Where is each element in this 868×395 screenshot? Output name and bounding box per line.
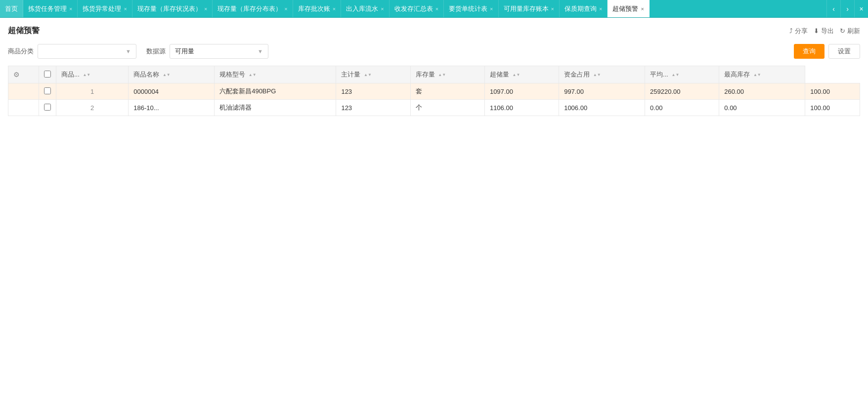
sort-overstock-icon: ▲▼ (513, 73, 521, 77)
nav-recv-summary[interactable]: 收发存汇总表 × (390, 0, 444, 17)
sort-spec-icon: ▲▼ (249, 73, 257, 77)
nav-close-inout[interactable]: × (381, 6, 384, 12)
row-spec: 123 (336, 100, 410, 116)
refresh-button[interactable]: ↻ 刷新 (840, 27, 860, 36)
table-row: 1 0000004 六配套新昌490BPG 123 套 1097.00 997.… (8, 83, 860, 100)
data-table: ⚙ 商品... ▲▼ 商品名称 ▲▼ 规格型号 ▲▼ 主计 (8, 66, 860, 116)
datasource-select-value: 可用量 (175, 47, 194, 56)
row-product-code: 186-10... (129, 100, 215, 116)
nav-close-expiry[interactable]: × (599, 6, 602, 12)
row-checkbox-cell (39, 100, 56, 116)
sort-avg-icon: ▲▼ (672, 73, 680, 77)
nav-close-inv-status[interactable]: × (204, 6, 207, 12)
filter-row: 商品分类 ▼ 数据源 可用量 ▼ 查询 设置 (8, 44, 860, 59)
category-filter: 商品分类 ▼ (8, 44, 136, 59)
th-unit[interactable]: 主计量 ▲▼ (336, 66, 410, 83)
row-overstock: 1006.00 (559, 100, 645, 116)
row-checkbox-cell (39, 83, 56, 100)
top-navigation: 首页 拣货任务管理 × 拣货异常处理 × 现存量（库存状况表） × 现存量（库存… (0, 0, 868, 18)
nav-close-exception[interactable]: × (124, 6, 127, 12)
category-chevron-icon: ▼ (126, 48, 131, 54)
nav-close-avail[interactable]: × (551, 6, 554, 12)
filter-actions: 查询 设置 (794, 44, 860, 59)
datasource-filter: 数据源 可用量 ▼ (146, 44, 268, 59)
th-overstock[interactable]: 超储量 ▲▼ (484, 66, 559, 83)
th-max-stock[interactable]: 最高库存 ▲▼ (719, 66, 805, 83)
nav-close-task-mgmt[interactable]: × (69, 6, 72, 12)
row-overstock: 997.00 (559, 83, 645, 100)
header-actions: ⤴ 分享 ⬇ 导出 ↻ 刷新 (789, 27, 860, 36)
nav-inventory-dist[interactable]: 现存量（库存分布表） × (213, 0, 293, 17)
th-spec[interactable]: 规格型号 ▲▼ (215, 66, 336, 83)
refresh-icon: ↻ (840, 27, 845, 35)
datasource-chevron-icon: ▼ (258, 48, 263, 54)
nav-close-overstock[interactable]: × (641, 6, 644, 12)
row-product-name: 六配套新昌490BPG (215, 83, 336, 100)
nav-close-inv-batch[interactable]: × (333, 6, 336, 12)
table-row: 2 186-10... 机油滤清器 123 个 1106.00 1006.00 … (8, 100, 860, 116)
th-product-code[interactable]: 商品... ▲▼ (56, 66, 128, 83)
share-button[interactable]: ⤴ 分享 (789, 27, 808, 36)
sort-product-code-icon: ▲▼ (83, 73, 90, 77)
sort-capital-icon: ▲▼ (593, 73, 601, 77)
export-icon: ⬇ (814, 27, 819, 35)
row-capital-occ: 259220.00 (645, 83, 719, 100)
sort-product-name-icon: ▲▼ (163, 73, 171, 77)
nav-close-order[interactable]: × (490, 6, 493, 12)
page-header: 超储预警 ⤴ 分享 ⬇ 导出 ↻ 刷新 (8, 26, 860, 36)
gear-settings-icon[interactable]: ⚙ (13, 71, 20, 79)
page-title: 超储预警 (8, 26, 40, 36)
row-gear-cell (8, 100, 39, 116)
th-checkbox (39, 66, 56, 83)
row-number: 1 (56, 83, 128, 100)
row-spec: 123 (336, 83, 410, 100)
table-header-row: ⚙ 商品... ▲▼ 商品名称 ▲▼ 规格型号 ▲▼ 主计 (8, 66, 860, 83)
sort-max-stock-icon: ▲▼ (753, 73, 761, 77)
th-stock[interactable]: 库存量 ▲▼ (410, 66, 484, 83)
nav-prev-button[interactable]: ‹ (826, 0, 840, 18)
nav-overstock-warning[interactable]: 超储预警 × (608, 0, 649, 17)
nav-order-stats[interactable]: 要货单统计表 × (444, 0, 498, 17)
datasource-select[interactable]: 可用量 ▼ (170, 44, 268, 59)
page-container: 超储预警 ⤴ 分享 ⬇ 导出 ↻ 刷新 商品分类 ▼ 数据源 (0, 18, 868, 124)
nav-next-button[interactable]: › (840, 0, 854, 18)
row-max-stock: 100.00 (805, 100, 860, 116)
category-label: 商品分类 (8, 47, 34, 56)
th-capital-occ[interactable]: 资金占用 ▲▼ (559, 66, 645, 83)
export-button[interactable]: ⬇ 导出 (814, 27, 834, 36)
row-capital-occ: 0.00 (645, 100, 719, 116)
row-stock: 1106.00 (484, 100, 559, 116)
th-settings: ⚙ (8, 66, 39, 83)
row-product-code: 0000004 (129, 83, 215, 100)
nav-expiry-query[interactable]: 保质期查询 × (560, 0, 608, 17)
nav-inventory-status[interactable]: 现存量（库存状况表） × (132, 0, 213, 17)
row-max-stock: 100.00 (805, 83, 860, 100)
row-unit: 个 (410, 100, 484, 116)
nav-close-recv[interactable]: × (435, 6, 438, 12)
nav-close-all-button[interactable]: × (854, 0, 868, 18)
nav-available-ledger[interactable]: 可用量库存账本 × (499, 0, 560, 17)
share-icon: ⤴ (789, 27, 793, 35)
nav-inout-flow[interactable]: 出入库流水 × (341, 0, 389, 17)
row-product-name: 机油滤清器 (215, 100, 336, 116)
sort-stock-icon: ▲▼ (438, 73, 446, 77)
nav-exception-handling[interactable]: 拣货异常处理 × (78, 0, 132, 17)
sort-unit-icon: ▲▼ (364, 73, 372, 77)
nav-task-mgmt[interactable]: 拣货任务管理 × (23, 0, 78, 17)
nav-home[interactable]: 首页 (0, 0, 23, 17)
th-avg-cost[interactable]: 平均... ▲▼ (645, 66, 719, 83)
row-gear-cell (8, 83, 39, 100)
nav-inventory-batch[interactable]: 库存批次账 × (293, 0, 341, 17)
row-checkbox[interactable] (44, 87, 51, 94)
th-product-name[interactable]: 商品名称 ▲▼ (129, 66, 215, 83)
nav-close-inv-dist[interactable]: × (284, 6, 287, 12)
category-select[interactable]: ▼ (38, 44, 136, 59)
settings-button[interactable]: 设置 (828, 44, 860, 59)
query-button[interactable]: 查询 (794, 44, 825, 59)
row-stock: 1097.00 (484, 83, 559, 100)
select-all-checkbox[interactable] (44, 71, 51, 78)
row-unit: 套 (410, 83, 484, 100)
row-checkbox[interactable] (44, 104, 51, 111)
datasource-label: 数据源 (146, 47, 166, 56)
row-avg-cost: 0.00 (719, 100, 805, 116)
